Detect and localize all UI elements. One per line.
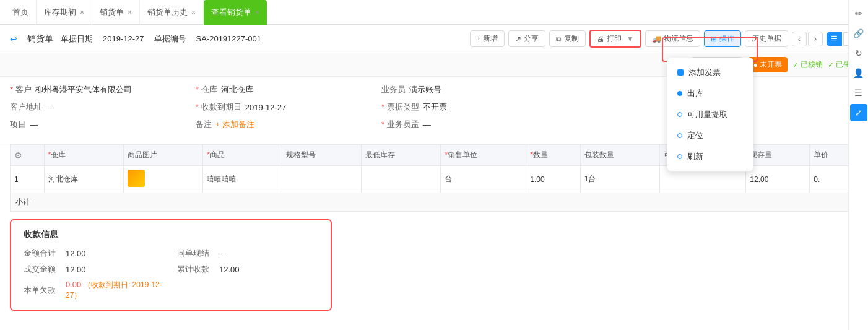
sidebar-edit-icon[interactable]: ✏ bbox=[850, 5, 867, 22]
staff-field: 业务员 演示账号 bbox=[381, 84, 555, 95]
warehouse-label: * 仓库 bbox=[196, 84, 217, 95]
list-view-button[interactable]: ☰ bbox=[827, 32, 842, 46]
dropdown-locate[interactable]: 定位 bbox=[667, 125, 753, 146]
history-button[interactable]: 历史单据 bbox=[745, 30, 788, 47]
cell-product: 嘻嘻嘻嘻 bbox=[202, 166, 282, 193]
tab-home[interactable]: 首页 bbox=[5, 0, 37, 25]
amount-total-row: 金额合计 12.00 bbox=[24, 248, 165, 259]
project-label: 项目 bbox=[10, 119, 26, 130]
payment-date-field: * 收款到期日 2019-12-27 bbox=[196, 102, 369, 113]
col-min-stock: 最低库存 bbox=[362, 145, 441, 166]
cell-product-img bbox=[123, 166, 202, 193]
transaction-amount-value: 12.00 bbox=[66, 265, 86, 274]
action-bar: + 新增 ↗ 分享 ⧉ 复制 🖨 打印 ▼ 🚚 物流信息 ⊞ 操作 bbox=[470, 30, 858, 48]
customer-field: * 客户 柳州粤港平安气体有限公司 bbox=[10, 84, 183, 95]
col-sales-unit: *销售单位 bbox=[441, 145, 526, 166]
date-label: 单据日期 bbox=[61, 33, 93, 45]
dropdown-outbound[interactable]: 出库 bbox=[667, 83, 753, 104]
transaction-amount-label: 成交金额 bbox=[24, 264, 61, 275]
tab-sales-order-close[interactable]: × bbox=[128, 8, 132, 17]
address-field: 客户地址 — bbox=[10, 102, 183, 113]
tab-view-sales-close[interactable]: × bbox=[255, 8, 259, 17]
cell-stock: 12.00 bbox=[746, 166, 810, 193]
logistics-button[interactable]: 🚚 物流信息 bbox=[645, 30, 700, 47]
tab-sales-history[interactable]: 销货单历史 × bbox=[140, 0, 204, 25]
col-qty: *数量 bbox=[526, 145, 581, 166]
address-label: 客户地址 bbox=[10, 102, 42, 113]
tab-sales-history-close[interactable]: × bbox=[191, 8, 196, 17]
right-sidebar: ✏ 🔗 ↻ 👤 ☰ ⤢ bbox=[848, 0, 868, 330]
date-value: 2019-12-27 bbox=[103, 34, 144, 43]
cell-no: 1 bbox=[11, 166, 45, 193]
staff-label: 业务员 bbox=[381, 84, 406, 95]
doc-title-area: ↩ 销货单 单据日期 2019-12-27 单据编号 SA-20191227-0… bbox=[10, 33, 470, 45]
no-value: SA-20191227-001 bbox=[196, 34, 262, 43]
note-label: 备注 bbox=[196, 119, 212, 130]
payment-info-box: 收款信息 金额合计 12.00 同单现结 — 成交金额 12.00 累计收款 1… bbox=[10, 219, 332, 311]
copy-button[interactable]: ⧉ 复制 bbox=[549, 30, 586, 47]
payment-info-title: 收款信息 bbox=[24, 229, 318, 240]
cumulative-receipt-row: 累计收款 12.00 bbox=[177, 264, 318, 275]
dropdown-add-invoice[interactable]: 添加发票 bbox=[667, 62, 753, 83]
check-icon: ✓ bbox=[792, 61, 799, 69]
ticket-icon: ● bbox=[753, 61, 758, 69]
customer-label: * 客户 bbox=[10, 84, 32, 95]
operations-dropdown: 添加发票 出库 可用量提取 定位 刷新 bbox=[667, 58, 753, 172]
share-icon: ↗ bbox=[515, 35, 521, 43]
ticket-type-field: * 票据类型 不开票 bbox=[381, 102, 555, 113]
payment-date-value: 2019-12-27 bbox=[245, 103, 287, 112]
sidebar-user-icon[interactable]: 👤 bbox=[850, 64, 867, 82]
dropdown-refresh[interactable]: 刷新 bbox=[667, 146, 753, 167]
tab-view-sales[interactable]: 查看销货单 × bbox=[204, 0, 267, 25]
sidebar-rotate-icon[interactable]: ↻ bbox=[850, 45, 867, 62]
copy-icon: ⧉ bbox=[556, 35, 562, 43]
tab-inventory-init-close[interactable]: × bbox=[80, 8, 84, 17]
project-field: 项目 — bbox=[10, 119, 183, 130]
payment-date-label: * 收款到期日 bbox=[196, 102, 241, 113]
this-order-due-label: 本单欠款 bbox=[24, 285, 61, 296]
amount-total-value: 12.00 bbox=[66, 249, 86, 258]
doc-meta: 单据日期 2019-12-27 单据编号 SA-20191227-001 bbox=[61, 33, 261, 45]
not-open-button[interactable]: ● 未开票 bbox=[748, 57, 788, 72]
ticket-type-label: * 票据类型 bbox=[381, 102, 419, 113]
share-button[interactable]: ↗ 分享 bbox=[508, 30, 545, 47]
operations-button[interactable]: ⊞ 操作 bbox=[704, 30, 741, 47]
product-image bbox=[128, 170, 145, 187]
add-note-button[interactable]: + 添加备注 bbox=[215, 119, 254, 130]
cell-sales-unit: 台 bbox=[441, 166, 526, 193]
cell-warehouse: 河北仓库 bbox=[44, 166, 123, 193]
tab-sales-order[interactable]: 销货单 × bbox=[92, 0, 140, 25]
settings-icon[interactable]: ⚙ bbox=[14, 150, 22, 160]
grid-icon: ⊞ bbox=[711, 35, 717, 43]
sales-staff-label: * 业务员孟 bbox=[381, 119, 419, 130]
prev-button[interactable]: ‹ bbox=[792, 32, 807, 46]
cell-min-stock bbox=[362, 166, 441, 193]
available-qty-icon bbox=[677, 112, 682, 117]
sidebar-link-icon[interactable]: 🔗 bbox=[850, 25, 867, 42]
ticket-type-value: 不开票 bbox=[423, 102, 447, 113]
new-button[interactable]: + 新增 bbox=[470, 30, 505, 47]
same-order-settle-row: 同单现结 — bbox=[177, 248, 318, 259]
truck-icon: 🚚 bbox=[652, 35, 661, 43]
col-spec: 规格型号 bbox=[282, 145, 362, 166]
doc-icon: ↩ bbox=[10, 34, 17, 44]
doc-header: ↩ 销货单 单据日期 2019-12-27 单据编号 SA-20191227-0… bbox=[0, 25, 868, 53]
sidebar-expand-icon[interactable]: ⤢ bbox=[850, 104, 867, 121]
cell-qty: 1.00 bbox=[526, 166, 581, 193]
staff-value: 演示账号 bbox=[409, 84, 441, 95]
col-pack-qty: 包装数量 bbox=[580, 145, 659, 166]
sidebar-list-icon[interactable]: ☰ bbox=[850, 84, 867, 102]
outbound-icon bbox=[677, 91, 682, 96]
no-label: 单据编号 bbox=[154, 33, 186, 45]
address-value: — bbox=[46, 103, 54, 112]
dropdown-available-qty[interactable]: 可用量提取 bbox=[667, 104, 753, 125]
col-product-img: 商品图片 bbox=[123, 145, 202, 166]
tab-inventory-init[interactable]: 库存期初 × bbox=[37, 0, 92, 25]
col-warehouse: *仓库 bbox=[44, 145, 123, 166]
subtotal-label: 小计 bbox=[11, 193, 858, 212]
next-button[interactable]: › bbox=[808, 32, 823, 46]
same-order-settle-value: — bbox=[219, 249, 227, 258]
warehouse-field: * 仓库 河北仓库 bbox=[196, 84, 369, 95]
print-button[interactable]: 🖨 打印 ▼ bbox=[589, 30, 641, 48]
locate-icon bbox=[677, 133, 682, 138]
